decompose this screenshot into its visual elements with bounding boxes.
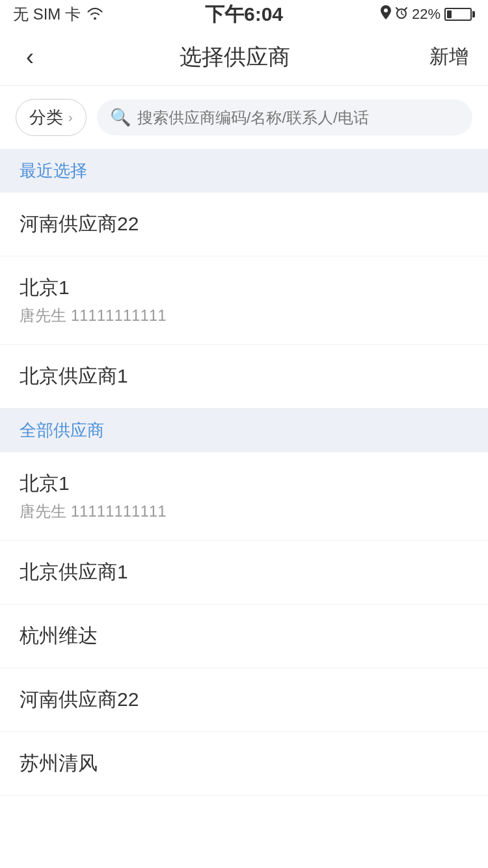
battery-percent: 22% — [412, 6, 441, 23]
search-input[interactable] — [137, 109, 459, 127]
location-icon — [381, 5, 391, 23]
item-name: 北京1 — [20, 275, 468, 301]
item-name: 河南供应商22 — [20, 211, 468, 237]
recent-section-label: 最近选择 — [20, 161, 87, 180]
list-item[interactable]: 杭州维达 — [0, 604, 488, 668]
list-item[interactable]: 北京1唐先生 11111111111 — [0, 452, 488, 541]
item-name: 杭州维达 — [20, 623, 468, 649]
all-section-header: 全部供应商 — [0, 409, 488, 452]
category-button[interactable]: 分类 › — [16, 99, 87, 136]
item-sub: 唐先生 11111111111 — [20, 305, 468, 326]
item-name: 河南供应商22 — [20, 686, 468, 713]
wifi-icon — [86, 5, 104, 23]
list-item[interactable]: 苏州清风 — [0, 732, 488, 796]
recent-section-header: 最近选择 — [0, 149, 488, 193]
chevron-right-icon: › — [68, 110, 73, 125]
all-list: 北京1唐先生 11111111111北京供应商1杭州维达河南供应商22苏州清风 — [0, 452, 488, 796]
back-button[interactable]: ‹ — [20, 37, 40, 77]
status-time: 下午6:04 — [205, 1, 283, 28]
list-item[interactable]: 北京供应商1 — [0, 345, 488, 409]
list-item[interactable]: 北京1唐先生 11111111111 — [0, 256, 488, 345]
filter-bar: 分类 › 🔍 — [0, 86, 488, 149]
item-name: 北京供应商1 — [20, 559, 468, 586]
add-button[interactable]: 新增 — [429, 44, 468, 70]
search-icon: 🔍 — [110, 107, 131, 128]
list-item[interactable]: 河南供应商22 — [0, 668, 488, 732]
status-right: 22% — [381, 5, 475, 23]
item-sub: 唐先生 11111111111 — [20, 501, 468, 522]
battery-icon — [444, 8, 475, 21]
page-title: 选择供应商 — [180, 42, 290, 72]
status-bar: 无 SIM 卡 下午6:04 22% — [0, 0, 488, 29]
alarm-icon — [395, 5, 408, 23]
list-item[interactable]: 河南供应商22 — [0, 193, 488, 256]
item-name: 苏州清风 — [20, 750, 468, 777]
recent-list: 河南供应商22北京1唐先生 11111111111北京供应商1 — [0, 193, 488, 409]
item-name: 北京1 — [20, 470, 468, 497]
carrier-text: 无 SIM 卡 — [13, 4, 81, 25]
list-item[interactable]: 北京供应商1 — [0, 541, 488, 604]
search-box: 🔍 — [97, 100, 472, 135]
all-section-label: 全部供应商 — [20, 420, 104, 440]
item-name: 北京供应商1 — [20, 363, 468, 390]
category-label: 分类 — [29, 106, 63, 129]
status-left: 无 SIM 卡 — [13, 4, 104, 25]
nav-bar: ‹ 选择供应商 新增 — [0, 29, 488, 86]
